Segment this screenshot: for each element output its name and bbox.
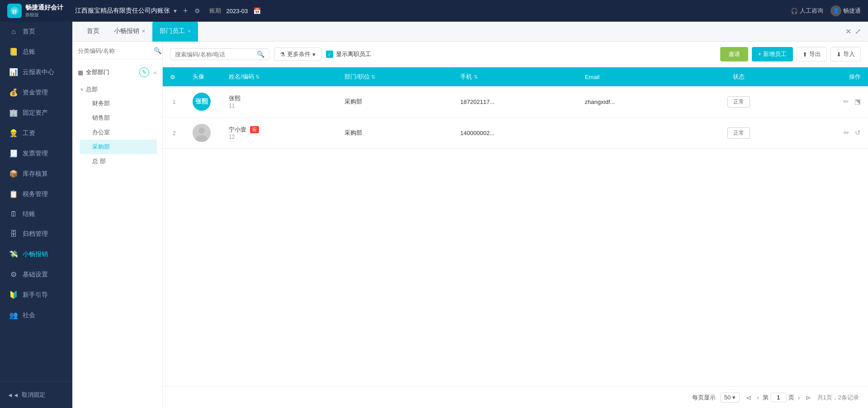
dept-root-label[interactable]: 总部: [86, 85, 98, 94]
dept-item-sales[interactable]: 销售部: [80, 111, 157, 125]
unpin-button[interactable]: ◄◄ 取消固定: [0, 386, 72, 403]
emp-code-2: 12: [229, 134, 330, 140]
sidebar-item-social[interactable]: 👥 社会: [0, 305, 72, 325]
table-row: 1 张熙 张熙 11 采购部: [163, 86, 868, 117]
sidebar-item-home[interactable]: ⌂ 首页: [0, 22, 72, 42]
per-page-label: 每页显示: [692, 394, 716, 402]
th-phone[interactable]: 手机: [453, 67, 578, 86]
sidebar-item-label: 社会: [23, 311, 35, 319]
dept-edit-btn[interactable]: ✎: [139, 67, 149, 77]
first-page-btn[interactable]: ⊲: [744, 393, 753, 402]
row-actions-1: ✏ ⬔: [786, 86, 868, 117]
edit-icon-1[interactable]: ✏: [843, 98, 849, 106]
sidebar-bottom: ◄◄ 取消固定: [0, 381, 72, 408]
add-company-icon[interactable]: +: [183, 6, 188, 16]
export-button[interactable]: ⬆ 导出: [797, 47, 827, 61]
dept-item-purchase[interactable]: 采购部: [80, 140, 157, 154]
emp-code-1: 11: [229, 103, 330, 109]
sidebar-item-invoice[interactable]: 🧾 发票管理: [0, 143, 72, 164]
dept-item-hq[interactable]: 总 部: [80, 154, 157, 169]
headset-icon: 🎧: [791, 8, 798, 14]
row-dept-1: 采购部: [337, 86, 453, 117]
settings-icon[interactable]: ⚙: [194, 7, 200, 14]
resigned-checkbox[interactable]: ✓: [326, 51, 333, 58]
invoice-icon: 🧾: [9, 149, 18, 158]
table-body: 1 张熙 张熙 11 采购部: [163, 86, 868, 149]
dept-search-row: 🔍: [72, 47, 162, 59]
row-avatar-2: [185, 117, 222, 149]
row-dept-2: 采购部: [337, 117, 453, 149]
th-status: 状态: [691, 67, 786, 86]
tab-dept-employee[interactable]: 部门员工 ×: [152, 22, 198, 42]
sidebar-item-label: 库存核算: [23, 170, 48, 178]
sidebar-item-assets[interactable]: 🏢 固定资产: [0, 103, 72, 123]
sidebar-item-ledger[interactable]: 📒 总账: [0, 42, 72, 62]
sidebar-item-settings[interactable]: ⚙ 基础设置: [0, 264, 72, 285]
tab-dept-close[interactable]: ×: [188, 28, 191, 34]
social-icon: 👥: [9, 311, 18, 319]
action-btns-1: ✏ ⬔: [793, 98, 861, 106]
sidebar-item-inventory[interactable]: 📦 库存核算: [0, 164, 72, 184]
tax-icon: 📋: [9, 190, 18, 198]
th-settings[interactable]: ⚙: [163, 67, 185, 86]
prev-page-btn[interactable]: ‹: [755, 393, 761, 402]
dept-collapse-btn[interactable]: «: [154, 69, 157, 76]
calendar-icon[interactable]: 📅: [253, 7, 261, 14]
sidebar-item-label: 归档管理: [23, 230, 48, 238]
payroll-icon: 👷: [9, 129, 18, 137]
svg-point-3: [198, 127, 205, 134]
filter-icon: ⚗: [280, 51, 285, 58]
company-dropdown-icon[interactable]: ▾: [174, 7, 177, 14]
user-btn[interactable]: 👤 畅捷通: [830, 5, 861, 16]
sidebar-item-expense[interactable]: 💸 小畅报销: [0, 244, 72, 264]
import-button[interactable]: ⬇ 导入: [830, 47, 861, 61]
per-page-select[interactable]: 50 ▾: [720, 392, 740, 403]
period-label: 账期: [209, 7, 221, 15]
tab-expense[interactable]: 小畅报销 ×: [107, 22, 152, 42]
th-actions: 操作: [786, 67, 868, 86]
tab-expense-close[interactable]: ×: [142, 28, 145, 34]
table-header: ⚙ 头像 姓名/编码 部门/职位: [163, 67, 868, 86]
invite-button[interactable]: 邀请: [720, 47, 748, 61]
dept-all-label[interactable]: 全部部门: [86, 68, 109, 76]
th-name[interactable]: 姓名/编码: [222, 67, 337, 86]
sidebar-item-label: 资金管理: [23, 89, 48, 97]
window-expand-btn[interactable]: ⤢: [855, 27, 861, 36]
sidebar-item-close-period[interactable]: 🗓 结账: [0, 204, 72, 224]
add-employee-button[interactable]: + 新增员工: [752, 47, 793, 61]
sidebar-item-archive[interactable]: 🗄 归档管理: [0, 224, 72, 244]
row-email-1: zhangxidf...: [578, 86, 692, 117]
edit-icon-2[interactable]: ✏: [844, 129, 849, 137]
th-dept[interactable]: 部门/职位: [337, 67, 453, 86]
sidebar-item-label: 固定资产: [23, 109, 48, 117]
filter-btn[interactable]: ⚗ 更多条件 ▾: [274, 47, 321, 61]
support-btn[interactable]: 🎧 人工咨询: [791, 7, 823, 15]
dept-item-finance[interactable]: 财务部: [80, 96, 157, 111]
last-page-btn[interactable]: ⊳: [804, 393, 813, 402]
emp-search-input[interactable]: [175, 51, 254, 58]
company-selector[interactable]: 江西服宝精品有限责任公司内账张 ▾ + ⚙ 账期 2023-03 📅: [75, 6, 791, 16]
row-status-2: 正常: [691, 117, 786, 149]
sidebar-item-funds[interactable]: 💰 资金管理: [0, 82, 72, 103]
dept-tree: ▦ 全部部门 ✎ « ▼ 总部 财务部 销售部 办公室 采购部: [72, 59, 162, 173]
guide-icon: 🔰: [9, 291, 18, 299]
tab-home[interactable]: 首页: [80, 22, 107, 42]
sidebar-item-payroll[interactable]: 👷 工资: [0, 123, 72, 143]
next-page-btn[interactable]: ›: [796, 393, 802, 402]
export-label: 导出: [809, 50, 821, 58]
tab-dept-label: 部门员工: [160, 27, 185, 35]
emp-panel: 🔍 ⚗ 更多条件 ▾ ✓ 显示离职员工 邀请 + 新增员工: [163, 42, 868, 408]
sidebar-item-guide[interactable]: 🔰 新手引导: [0, 285, 72, 305]
dept-item-office[interactable]: 办公室: [80, 125, 157, 140]
sidebar-item-reports[interactable]: 📊 云报表中心: [0, 62, 72, 82]
sidebar-item-tax[interactable]: 📋 税务管理: [0, 184, 72, 204]
window-close-btn[interactable]: ✕: [845, 27, 851, 36]
delete-icon-2[interactable]: ↺: [855, 129, 861, 137]
svg-text:好: 好: [12, 9, 17, 14]
expand-icon: ▼: [80, 87, 84, 92]
dept-search-input[interactable]: [78, 47, 154, 54]
filter-dropdown-icon: ▾: [312, 51, 316, 58]
page-num-input[interactable]: [770, 393, 787, 402]
show-resigned-toggle[interactable]: ✓ 显示离职员工: [326, 50, 371, 58]
logout-icon-1[interactable]: ⬔: [854, 98, 861, 106]
